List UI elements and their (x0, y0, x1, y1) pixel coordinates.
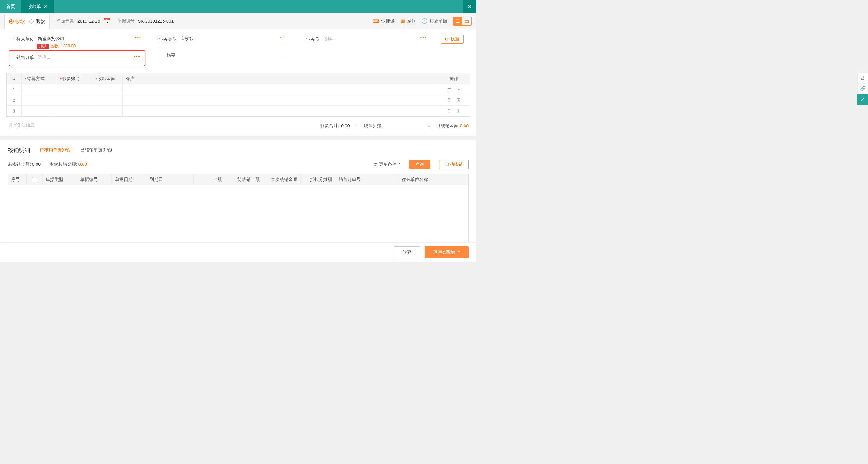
delete-row-button[interactable] (446, 109, 452, 114)
ellipsis-icon[interactable]: ••• (420, 35, 427, 40)
close-icon[interactable]: ✕ (43, 4, 47, 9)
avail-value: 0.00 (460, 123, 469, 128)
history-button[interactable]: 🕘 历史单据 (422, 18, 447, 24)
radio-refund-label: 退款 (36, 19, 45, 25)
operate-label: 操作 (407, 18, 416, 24)
sum-value: 0.00 (341, 123, 350, 128)
sum-label: 收款合计: (320, 123, 339, 128)
table-row: 3 (7, 106, 470, 116)
settings-label: 设置 (451, 36, 460, 42)
col-disc: 折扣分摊额 (301, 174, 335, 185)
chevron-up-icon: ˄ (458, 250, 460, 255)
ellipsis-icon[interactable]: ••• (135, 35, 142, 40)
gear-icon: ⚙ (445, 36, 449, 41)
auto-writeoff-button[interactable]: 自动核销 (439, 160, 469, 169)
doc-date-value[interactable]: 2019-12-26 (78, 19, 100, 24)
radio-refund[interactable]: 退款 (29, 19, 45, 25)
col-seq: 序号 (8, 174, 27, 185)
totals-bar: 填写备注信息 收款合计: 0.00 + 现金折扣: = 可核销金额 0.00 (0, 117, 476, 136)
more-filters-button[interactable]: ▽ 更多条件 ˅ (374, 162, 401, 167)
discount-input[interactable] (384, 125, 422, 126)
chevron-down-icon: ˅ (398, 162, 401, 167)
view-toggle: ☰ ▤ (453, 17, 472, 26)
cell-amount[interactable] (92, 84, 123, 94)
summary-input[interactable] (179, 54, 283, 57)
col-date: 单据日期 (112, 174, 147, 185)
more-label: 更多条件 (379, 162, 397, 167)
cell-method[interactable] (22, 95, 57, 105)
writeoff-panel: 核销明细 待核销单据(0笔) 已核销单据(0笔) 未核销金额: 0.00 本次核… (0, 140, 476, 242)
ellipsis-icon[interactable]: ••• (134, 54, 141, 59)
col-pend: 待核销金额 (225, 174, 263, 185)
summary-label: 摘要 (154, 53, 176, 58)
subtab-done[interactable]: 已核销单据(0笔) (80, 146, 113, 154)
chevron-down-icon: ﹀ (280, 35, 284, 41)
salesman-label: 业务员 (298, 36, 319, 42)
biztype-select[interactable]: 应收款 ﹀ (180, 35, 285, 44)
document-header: 收款 退款 单据日期 2019-12-26 📅 单据编号 SK-20191226… (0, 13, 476, 29)
save-and-new-button[interactable]: 保存&新增 ˄ (425, 246, 469, 258)
order-input[interactable]: 选择... ••• (37, 53, 142, 62)
cell-amount[interactable] (92, 95, 123, 105)
col-no: 单据编号 (77, 174, 112, 185)
window-close-button[interactable]: ✕ (463, 0, 476, 13)
receivable-badge[interactable]: 应收: 1390.00 (49, 43, 78, 50)
view-card-button[interactable]: ▤ (462, 17, 472, 26)
delete-row-button[interactable] (446, 98, 452, 103)
add-row-button[interactable] (456, 109, 461, 114)
add-row-button[interactable] (456, 87, 461, 92)
table-row: 2 (7, 95, 470, 106)
query-button[interactable]: 查询 (409, 160, 430, 169)
mode-switch: 收款 退款 (4, 13, 50, 29)
cell-method[interactable] (22, 106, 57, 116)
thistime-label: 本次核销金额: (50, 162, 77, 167)
col-ops: 操作 (450, 76, 458, 82)
radio-dot-icon (29, 19, 34, 24)
column-config-button[interactable]: ⚙ (7, 74, 22, 84)
cell-remark[interactable] (123, 106, 438, 116)
cell-remark[interactable] (123, 84, 438, 94)
cell-remark[interactable] (123, 95, 438, 105)
cell-account[interactable] (57, 84, 92, 94)
subtab-pending[interactable]: 待核销单据(0笔) (39, 146, 72, 154)
col-due: 到期日 (147, 174, 194, 185)
cell-amount[interactable] (92, 106, 123, 116)
cell-account[interactable] (57, 95, 92, 105)
tab-receipt[interactable]: 收款单 ✕ (22, 0, 54, 13)
writeoff-empty-body (8, 185, 468, 242)
settings-button[interactable]: ⚙ 设置 (441, 35, 464, 44)
tab-home[interactable]: 首页 (0, 0, 22, 13)
radio-receipt[interactable]: 收款 (9, 19, 25, 25)
col-type: 单据类型 (42, 174, 77, 185)
sales-order-highlight: 销售订单 选择... ••• (9, 50, 145, 66)
grid-icon: ▦ (400, 18, 405, 24)
table-row: 1 (7, 84, 470, 95)
remark-input[interactable]: 填写备注信息 (7, 121, 315, 130)
calendar-icon[interactable]: 📅 (103, 18, 110, 25)
form-area: 往来单位 新盛商贸公司 ••• 现结 应收: 1390.00 业务类型 应收款 … (0, 29, 476, 71)
party-input[interactable]: 新盛商贸公司 ••• (37, 35, 143, 44)
filter-icon: ▽ (374, 162, 377, 167)
view-list-button[interactable]: ☰ (453, 17, 462, 26)
select-all-checkbox[interactable] (32, 177, 37, 182)
unsettled-label: 未核销金额: (7, 162, 31, 167)
salesman-input[interactable]: 选择... ••• (322, 35, 428, 44)
history-label: 历史单据 (430, 18, 447, 24)
cell-account[interactable] (57, 106, 92, 116)
doc-no-label: 单据编号 (117, 18, 135, 24)
salesman-placeholder: 选择... (323, 36, 336, 41)
discard-button[interactable]: 放弃 (394, 246, 420, 258)
order-placeholder: 选择... (38, 55, 51, 60)
col-method: 结算方式 (27, 76, 45, 82)
add-row-button[interactable] (456, 98, 461, 103)
cell-method[interactable] (22, 84, 57, 94)
row-index: 1 (7, 84, 22, 94)
writeoff-title: 核销明细 (7, 146, 30, 154)
biztype-value: 应收款 (181, 36, 194, 41)
delete-row-button[interactable] (446, 87, 452, 92)
tab-home-label: 首页 (6, 4, 15, 9)
operate-button[interactable]: ▦ 操作 (400, 18, 416, 24)
shortcut-button[interactable]: ⌨ 快捷键 (372, 18, 395, 24)
doc-date-label: 单据日期 (57, 18, 74, 24)
equals-sign: = (428, 123, 431, 128)
